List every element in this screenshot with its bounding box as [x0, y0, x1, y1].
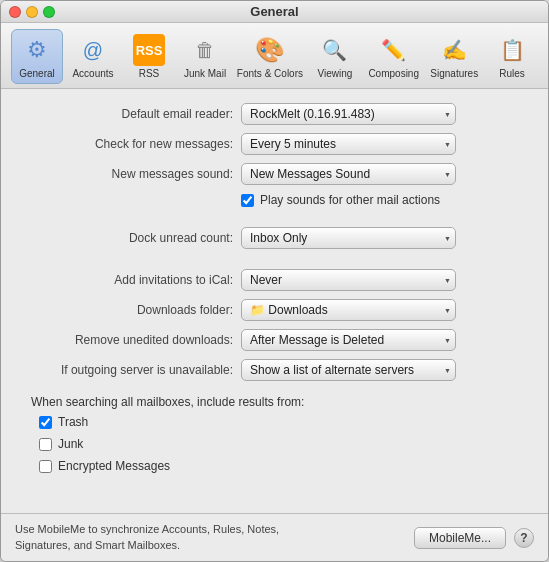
add-invitations-row: Add invitations to iCal: Never	[21, 269, 528, 291]
toolbar-item-viewing[interactable]: 🔍 Viewing	[309, 29, 361, 84]
outgoing-server-select[interactable]: Show a list of alternate servers	[241, 359, 456, 381]
window: General ⚙ General @ Accounts RSS RSS 🗑 J…	[0, 0, 549, 562]
downloads-folder-label: Downloads folder:	[21, 303, 241, 317]
add-invitations-control: Never	[241, 269, 456, 291]
content-area: Default email reader: RockMelt (0.16.91.…	[1, 89, 548, 513]
add-invitations-select-wrapper: Never	[241, 269, 456, 291]
toolbar-label-viewing: Viewing	[317, 68, 352, 79]
title-bar: General	[1, 1, 548, 23]
dock-unread-row: Dock unread count: Inbox Only	[21, 227, 528, 249]
new-messages-sound-select-wrapper: New Messages Sound	[241, 163, 456, 185]
search-label: When searching all mailboxes, include re…	[21, 395, 528, 409]
toolbar-label-accounts: Accounts	[72, 68, 113, 79]
downloads-folder-select[interactable]: 📁 Downloads	[241, 299, 456, 321]
toolbar-label-general: General	[19, 68, 55, 79]
junk-checkbox-row: Junk	[39, 437, 528, 451]
help-button[interactable]: ?	[514, 528, 534, 548]
junk-label: Junk	[58, 437, 83, 451]
default-email-label: Default email reader:	[21, 107, 241, 121]
new-messages-sound-control: New Messages Sound	[241, 163, 456, 185]
toolbar-label-rules: Rules	[499, 68, 525, 79]
mobileme-button[interactable]: MobileMe...	[414, 527, 506, 549]
new-messages-sound-select[interactable]: New Messages Sound	[241, 163, 456, 185]
remove-unedited-select[interactable]: After Message is Deleted	[241, 329, 456, 351]
dock-unread-select-wrapper: Inbox Only	[241, 227, 456, 249]
trash-label: Trash	[58, 415, 88, 429]
outgoing-server-label: If outgoing server is unavailable:	[21, 363, 241, 377]
encrypted-label: Encrypted Messages	[58, 459, 170, 473]
composing-icon: ✏️	[378, 34, 410, 66]
check-messages-row: Check for new messages: Every 5 minutes	[21, 133, 528, 155]
window-title: General	[250, 4, 298, 19]
default-email-row: Default email reader: RockMelt (0.16.91.…	[21, 103, 528, 125]
viewing-icon: 🔍	[319, 34, 351, 66]
outgoing-server-select-wrapper: Show a list of alternate servers	[241, 359, 456, 381]
rules-icon: 📋	[496, 34, 528, 66]
footer: Use MobileMe to synchronize Accounts, Ru…	[1, 513, 548, 561]
play-sounds-row: Play sounds for other mail actions	[21, 193, 528, 207]
new-messages-sound-row: New messages sound: New Messages Sound	[21, 163, 528, 185]
play-sounds-checkbox-row: Play sounds for other mail actions	[241, 193, 440, 207]
fonts-colors-icon: 🎨	[254, 34, 286, 66]
downloads-folder-control: 📁 Downloads	[241, 299, 456, 321]
general-icon: ⚙	[21, 34, 53, 66]
downloads-folder-row: Downloads folder: 📁 Downloads	[21, 299, 528, 321]
new-messages-sound-label: New messages sound:	[21, 167, 241, 181]
toolbar-item-signatures[interactable]: ✍️ Signatures	[427, 29, 482, 84]
toolbar-item-general[interactable]: ⚙ General	[11, 29, 63, 84]
outgoing-server-row: If outgoing server is unavailable: Show …	[21, 359, 528, 381]
remove-unedited-select-wrapper: After Message is Deleted	[241, 329, 456, 351]
downloads-folder-select-wrapper: 📁 Downloads	[241, 299, 456, 321]
rss-icon: RSS	[133, 34, 165, 66]
check-messages-label: Check for new messages:	[21, 137, 241, 151]
play-sounds-label: Play sounds for other mail actions	[260, 193, 440, 207]
maximize-button[interactable]	[43, 6, 55, 18]
default-email-select[interactable]: RockMelt (0.16.91.483)	[241, 103, 456, 125]
toolbar-label-fonts-colors: Fonts & Colors	[237, 68, 303, 79]
toolbar-label-junk-mail: Junk Mail	[184, 68, 226, 79]
dock-unread-select[interactable]: Inbox Only	[241, 227, 456, 249]
default-email-select-wrapper: RockMelt (0.16.91.483)	[241, 103, 456, 125]
traffic-lights	[9, 6, 55, 18]
toolbar-label-composing: Composing	[368, 68, 419, 79]
toolbar-item-accounts[interactable]: @ Accounts	[67, 29, 119, 84]
dock-unread-control: Inbox Only	[241, 227, 456, 249]
encrypted-checkbox-row: Encrypted Messages	[39, 459, 528, 473]
add-invitations-select[interactable]: Never	[241, 269, 456, 291]
toolbar-item-rss[interactable]: RSS RSS	[123, 29, 175, 84]
dock-unread-label: Dock unread count:	[21, 231, 241, 245]
footer-text: Use MobileMe to synchronize Accounts, Ru…	[15, 522, 315, 553]
search-checkboxes: Trash Junk Encrypted Messages	[21, 415, 528, 473]
add-invitations-label: Add invitations to iCal:	[21, 273, 241, 287]
check-messages-control: Every 5 minutes	[241, 133, 456, 155]
remove-unedited-control: After Message is Deleted	[241, 329, 456, 351]
toolbar: ⚙ General @ Accounts RSS RSS 🗑 Junk Mail…	[1, 23, 548, 89]
junk-mail-icon: 🗑	[189, 34, 221, 66]
footer-actions: MobileMe... ?	[414, 527, 534, 549]
accounts-icon: @	[77, 34, 109, 66]
trash-checkbox-row: Trash	[39, 415, 528, 429]
check-messages-select[interactable]: Every 5 minutes	[241, 133, 456, 155]
outgoing-server-control: Show a list of alternate servers	[241, 359, 456, 381]
close-button[interactable]	[9, 6, 21, 18]
toolbar-item-junk-mail[interactable]: 🗑 Junk Mail	[179, 29, 231, 84]
play-sounds-checkbox[interactable]	[241, 194, 254, 207]
remove-unedited-label: Remove unedited downloads:	[21, 333, 241, 347]
minimize-button[interactable]	[26, 6, 38, 18]
toolbar-label-rss: RSS	[139, 68, 160, 79]
encrypted-checkbox[interactable]	[39, 460, 52, 473]
default-email-control: RockMelt (0.16.91.483)	[241, 103, 456, 125]
toolbar-item-fonts-colors[interactable]: 🎨 Fonts & Colors	[235, 29, 305, 84]
junk-checkbox[interactable]	[39, 438, 52, 451]
trash-checkbox[interactable]	[39, 416, 52, 429]
toolbar-item-composing[interactable]: ✏️ Composing	[365, 29, 423, 84]
check-messages-select-wrapper: Every 5 minutes	[241, 133, 456, 155]
signatures-icon: ✍️	[438, 34, 470, 66]
remove-unedited-row: Remove unedited downloads: After Message…	[21, 329, 528, 351]
toolbar-label-signatures: Signatures	[430, 68, 478, 79]
toolbar-item-rules[interactable]: 📋 Rules	[486, 29, 538, 84]
